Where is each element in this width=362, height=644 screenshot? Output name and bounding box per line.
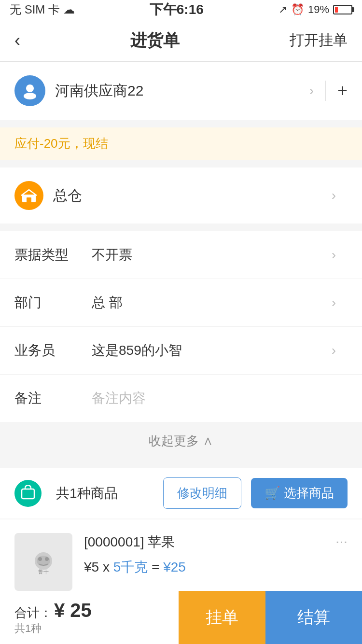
product-name: [0000001] 苹果 bbox=[84, 533, 335, 551]
svg-point-1 bbox=[24, 93, 36, 99]
chevron-right-icon: › bbox=[332, 247, 336, 263]
svg-rect-3 bbox=[27, 197, 31, 202]
status-bar: 无 SIM 卡 ☁ 下午6:16 ↗ ⏰ 19% bbox=[0, 0, 362, 19]
sim-text: 无 SIM 卡 ☁ bbox=[10, 2, 75, 17]
status-left: 无 SIM 卡 ☁ bbox=[10, 2, 75, 17]
supplier-row[interactable]: 河南供应商22 › + bbox=[0, 62, 362, 120]
edit-detail-button[interactable]: 修改明细 bbox=[163, 477, 241, 509]
form-section: 票据类型 不开票 › 部门 总 部 › 业务员 这是859的小智 › 备注 备注… bbox=[0, 231, 362, 422]
product-thumbnail: 鲁十 bbox=[14, 533, 72, 591]
nav-bar: ‹ 进货单 打开挂单 bbox=[0, 19, 362, 62]
chevron-right-icon: › bbox=[309, 83, 314, 98]
department-value: 总 部 bbox=[82, 294, 332, 312]
add-supplier-button[interactable]: + bbox=[325, 81, 348, 101]
warehouse-row[interactable]: 总仓 › bbox=[0, 168, 362, 224]
remark-input[interactable]: 备注内容 bbox=[82, 389, 348, 407]
select-product-button[interactable]: 🛒 选择商品 bbox=[251, 478, 348, 508]
product-toolbar: 共1种商品 修改明细 🛒 选择商品 bbox=[0, 468, 362, 518]
salesman-label: 业务员 bbox=[14, 341, 82, 360]
collapse-text: 收起更多 ∧ bbox=[149, 433, 213, 449]
product-icon bbox=[14, 480, 42, 507]
ticket-type-row[interactable]: 票据类型 不开票 › bbox=[0, 231, 362, 279]
back-button[interactable]: ‹ bbox=[14, 30, 20, 51]
cart-icon: 🛒 bbox=[265, 486, 280, 501]
warehouse-icon bbox=[14, 181, 43, 210]
supplier-name: 河南供应商22 bbox=[55, 81, 309, 101]
total-amount: ¥ 25 bbox=[54, 600, 92, 621]
chevron-right-icon: › bbox=[332, 343, 336, 358]
department-label: 部门 bbox=[14, 294, 82, 312]
avatar bbox=[14, 75, 45, 106]
warehouse-name: 总仓 bbox=[53, 186, 332, 206]
product-info: [0000001] 苹果 ¥5 x 5千克 = ¥25 bbox=[84, 533, 335, 576]
ticket-type-value: 不开票 bbox=[82, 246, 332, 264]
status-time: 下午6:16 bbox=[150, 0, 204, 19]
svg-point-8 bbox=[45, 557, 49, 561]
collapse-bar[interactable]: 收起更多 ∧ bbox=[0, 422, 362, 460]
salesman-value: 这是859的小智 bbox=[82, 341, 332, 360]
chevron-right-icon: › bbox=[332, 295, 336, 310]
ticket-type-label: 票据类型 bbox=[14, 246, 82, 264]
location-icon: ↗ bbox=[278, 3, 287, 16]
status-right: ↗ ⏰ 19% bbox=[278, 3, 352, 16]
hang-button[interactable]: 挂单 bbox=[179, 591, 265, 644]
department-row[interactable]: 部门 总 部 › bbox=[0, 279, 362, 327]
total-section: 合计： ¥ 25 共1种 bbox=[0, 591, 179, 644]
svg-rect-4 bbox=[22, 489, 34, 499]
alarm-icon: ⏰ bbox=[291, 3, 304, 16]
salesman-row[interactable]: 业务员 这是859的小智 › bbox=[0, 327, 362, 375]
remark-label: 备注 bbox=[14, 389, 82, 407]
product-menu-button[interactable]: ··· bbox=[335, 533, 348, 549]
settle-button[interactable]: 结算 bbox=[265, 591, 362, 644]
product-price: ¥5 x 5千克 = ¥25 bbox=[84, 558, 335, 576]
svg-point-7 bbox=[38, 557, 42, 561]
svg-point-0 bbox=[26, 84, 34, 92]
chevron-right-icon: › bbox=[332, 188, 336, 203]
svg-text:鲁十: 鲁十 bbox=[38, 569, 49, 574]
remark-row[interactable]: 备注 备注内容 bbox=[0, 375, 362, 422]
total-label: 合计： bbox=[14, 604, 52, 621]
total-count: 共1种 bbox=[14, 621, 164, 636]
battery-icon bbox=[333, 5, 352, 14]
battery-percent: 19% bbox=[308, 3, 329, 16]
open-pending-button[interactable]: 打开挂单 bbox=[290, 30, 348, 50]
product-count: 共1种商品 bbox=[56, 484, 153, 503]
bottom-bar: 合计： ¥ 25 共1种 挂单 结算 bbox=[0, 591, 362, 644]
supplier-section: 河南供应商22 › + bbox=[0, 62, 362, 120]
page-title: 进货单 bbox=[130, 29, 180, 52]
svg-point-6 bbox=[37, 556, 50, 566]
notice-banner: 应付-20元，现结 bbox=[0, 127, 362, 160]
